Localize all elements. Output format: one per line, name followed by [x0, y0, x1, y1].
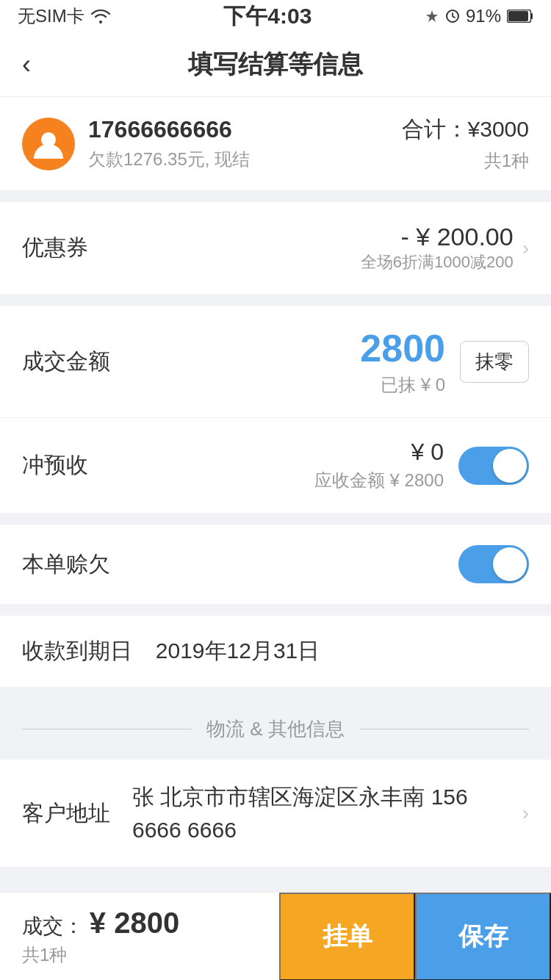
amount-row: 成交金额 2800 已抹 ¥ 0 抹零 [0, 306, 551, 417]
coupon-discount: - ¥ 200.00 [361, 223, 514, 251]
customer-info-card: 17666666666 欠款1276.35元, 现结 合计：¥3000 共1种 [0, 97, 551, 190]
coupon-info: - ¥ 200.00 全场6折满1000减200 [361, 223, 514, 273]
address-content: 张 北京市市辖区海淀区永丰南 156 6666 6666 [132, 780, 522, 846]
clock-icon [445, 9, 460, 24]
status-left: 无SIM卡 [18, 4, 111, 28]
customer-debt: 欠款1276.35元, 现结 [88, 148, 250, 171]
status-right: 91% [425, 6, 533, 26]
battery-label: 91% [466, 6, 501, 26]
amount-erased: 已抹 ¥ 0 [360, 373, 445, 397]
customer-left: 17666666666 欠款1276.35元, 现结 [22, 116, 250, 171]
customer-phone: 17666666666 [88, 116, 250, 143]
amount-value-wrap: 2800 已抹 ¥ 0 抹零 [360, 326, 529, 397]
bottom-deal-label: 成交： [22, 915, 84, 937]
user-icon [31, 126, 66, 162]
pre-amount-wrap: ¥ 0 应收金额 ¥ 2800 [314, 439, 444, 492]
coupon-desc: 全场6折满1000减200 [361, 251, 514, 273]
debt-label: 本单赊欠 [22, 550, 110, 580]
amount-section: 成交金额 2800 已抹 ¥ 0 抹零 冲预收 ¥ 0 应收金额 ¥ 2800 [0, 306, 551, 513]
nav-bar: ‹ 填写结算等信息 [0, 32, 551, 97]
wifi-icon [90, 9, 111, 24]
coupon-right: - ¥ 200.00 全场6折满1000减200 › [361, 223, 529, 273]
location-icon [425, 9, 439, 24]
logistics-label: 物流 & 其他信息 [206, 716, 345, 742]
page-title: 填写结算等信息 [188, 48, 363, 82]
pre-receive-row: 冲预收 ¥ 0 应收金额 ¥ 2800 [0, 417, 551, 513]
customer-total: 合计：¥3000 共1种 [402, 115, 529, 173]
round-button[interactable]: 抹零 [460, 341, 529, 383]
amount-number: 2800 [360, 326, 445, 370]
status-bar: 无SIM卡 下午4:03 91% [0, 0, 551, 32]
divider-line-left [22, 729, 192, 729]
pre-receivable: 应收金额 ¥ 2800 [314, 469, 444, 492]
debt-toggle-knob [493, 547, 527, 581]
hold-button[interactable]: 挂单 [279, 893, 415, 981]
battery-icon [507, 10, 533, 23]
address-label: 客户地址 [22, 799, 110, 829]
duedate-label: 收款到期日 [22, 638, 132, 663]
total-count: 共1种 [402, 149, 529, 173]
duedate-section: 收款到期日 2019年12月31日 [0, 616, 551, 687]
pre-amount: ¥ 0 [314, 439, 444, 466]
pre-receive-label: 冲预收 [22, 450, 88, 480]
amount-label: 成交金额 [22, 347, 110, 377]
pre-receive-toggle[interactable] [458, 447, 529, 485]
coupon-row[interactable]: 优惠券 - ¥ 200.00 全场6折满1000减200 › [0, 202, 551, 294]
back-button[interactable]: ‹ [22, 49, 31, 80]
avatar [22, 118, 75, 170]
customer-details: 17666666666 欠款1276.35元, 现结 [88, 116, 250, 171]
bottom-bar: 成交： ¥ 2800 共1种 挂单 保存 [0, 892, 551, 980]
divider-line-right [359, 729, 529, 729]
bottom-count: 共1种 [22, 943, 257, 967]
toggle-knob [493, 449, 527, 483]
save-button[interactable]: 保存 [415, 893, 551, 981]
address-chevron-icon: › [522, 801, 529, 825]
coupon-chevron-icon: › [522, 237, 529, 260]
bottom-deal-row: 成交： ¥ 2800 [22, 907, 257, 940]
amount-number-wrap: 2800 已抹 ¥ 0 [360, 326, 445, 397]
debt-section: 本单赊欠 [0, 525, 551, 604]
bottom-deal-amount: ¥ 2800 [90, 907, 179, 939]
duedate-value: 2019年12月31日 [156, 638, 320, 663]
no-sim-label: 无SIM卡 [18, 4, 84, 28]
debt-toggle[interactable] [458, 545, 529, 583]
logistics-divider: 物流 & 其他信息 [0, 699, 551, 760]
svg-rect-2 [508, 11, 528, 21]
coupon-label: 优惠券 [22, 233, 88, 263]
address-section[interactable]: 客户地址 张 北京市市辖区海淀区永丰南 156 6666 6666 › [0, 760, 551, 867]
pre-receive-right: ¥ 0 应收金额 ¥ 2800 [314, 439, 529, 492]
total-amount: 合计：¥3000 [402, 115, 529, 145]
bottom-summary: 成交： ¥ 2800 共1种 [0, 907, 279, 967]
status-time: 下午4:03 [223, 1, 311, 32]
